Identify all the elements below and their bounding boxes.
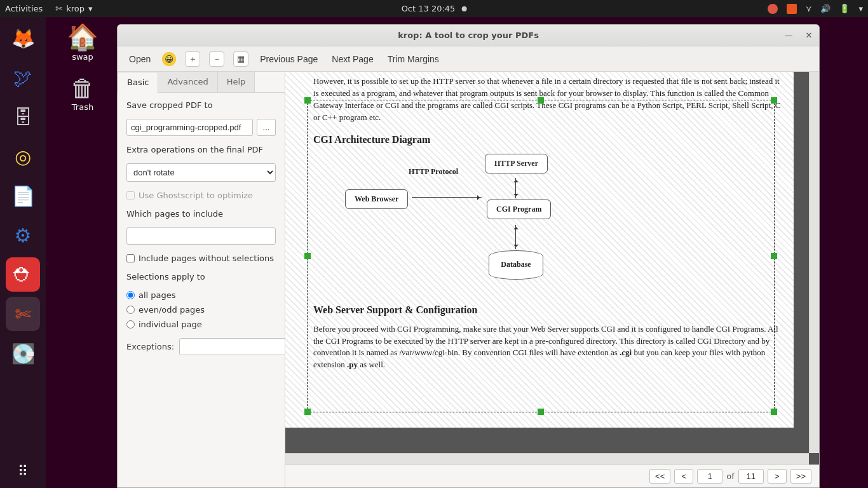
zoom-out-button[interactable]: － [209, 51, 224, 67]
exceptions-label: Exceptions: [126, 342, 174, 351]
tab-basic[interactable]: Basic [118, 72, 158, 93]
previous-page-button[interactable]: Previous Page [257, 52, 320, 66]
activities-button[interactable]: Activities [5, 4, 43, 13]
minimize-button[interactable]: — [782, 29, 795, 41]
which-pages-label: Which pages to include [126, 209, 276, 219]
wifi-icon[interactable]: ⋎ [806, 4, 812, 13]
of-label: of [726, 471, 735, 481]
chevron-down-icon[interactable]: ▾ [858, 4, 863, 13]
zoom-in-button[interactable]: ＋ [185, 51, 200, 67]
ghostscript-label: Use Ghostscript to optimize [139, 191, 253, 200]
browse-button[interactable] [257, 119, 276, 136]
filename-input[interactable] [126, 119, 253, 136]
battery-icon[interactable]: 🔋 [839, 4, 850, 13]
include-no-selection-checkbox-input[interactable] [126, 254, 135, 262]
extra-ops-label: Extra operations on the final PDF [126, 145, 276, 154]
close-button[interactable]: ✕ [803, 29, 815, 41]
radio-even-odd[interactable]: even/odd pages [126, 305, 276, 315]
radio-all-pages[interactable]: all pages [126, 290, 276, 300]
desktop-swap-icon[interactable]: 🏠 swap [57, 22, 108, 62]
include-no-selection-checkbox[interactable]: Include pages without selections [126, 254, 276, 263]
home-icon: 🏠 [67, 22, 98, 52]
tabs: Basic Advanced Help [118, 71, 285, 93]
dock-firefox-icon[interactable]: 🦊 [6, 21, 40, 55]
window-title: krop: A tool to crop your PDFs [398, 30, 539, 40]
scrollbar-vertical[interactable] [809, 72, 819, 453]
exceptions-input[interactable] [179, 338, 285, 355]
radio-individual-input[interactable] [126, 320, 135, 329]
page-number-input[interactable] [697, 469, 722, 484]
dock: 🦊 🕊 🗄 ◎ 📄 ⚙ ⛑ ✄ 💽 ⠿ [0, 17, 46, 488]
ghostscript-checkbox-input[interactable] [126, 191, 135, 200]
dock-krop-icon[interactable]: ✄ [6, 297, 40, 331]
crop-handle-s[interactable] [538, 409, 544, 415]
dock-help-icon[interactable]: ⛑ [6, 257, 40, 292]
crop-handle-n[interactable] [538, 97, 544, 104]
crop-handle-w[interactable] [304, 253, 311, 259]
radio-individual[interactable]: individual page [126, 320, 276, 329]
crop-rectangle[interactable] [307, 100, 775, 412]
total-pages-display [738, 469, 764, 484]
crop-handle-se[interactable] [771, 409, 777, 415]
save-label: Save cropped PDF to [126, 100, 276, 110]
include-no-selection-label: Include pages without selections [139, 254, 274, 263]
preview-area: However, it is possible to set up the HT… [285, 72, 819, 487]
krop-window: krop: A tool to crop your PDFs — ✕ Open … [117, 24, 820, 488]
volume-icon[interactable]: 🔊 [820, 4, 831, 13]
pdf-preview[interactable]: However, it is possible to set up the HT… [285, 72, 819, 464]
crop-handle-nw[interactable] [304, 97, 311, 104]
crop-handle-ne[interactable] [771, 97, 777, 104]
status-icon-1[interactable] [768, 4, 778, 14]
tab-help[interactable]: Help [218, 71, 255, 92]
topbar-app-name: krop [66, 4, 85, 13]
radio-label: even/odd pages [139, 305, 205, 315]
chevron-down-icon: ▾ [88, 4, 93, 13]
dock-writer-icon[interactable]: 📄 [6, 179, 40, 213]
which-pages-input[interactable] [126, 227, 276, 245]
pdf-page: However, it is possible to set up the HT… [285, 72, 794, 428]
desktop-trash-icon[interactable]: 🗑 Trash [57, 74, 108, 112]
rotate-select[interactable]: don't rotate [126, 163, 276, 182]
radio-label: individual page [139, 320, 202, 329]
gnome-topbar: Activities ✄ krop ▾ Oct 13 20:45 ⋎ 🔊 🔋 ▾ [0, 0, 868, 17]
dock-thunderbird-icon[interactable]: 🕊 [6, 60, 40, 95]
next-page-button[interactable]: Next Page [329, 52, 376, 66]
titlebar: krop: A tool to crop your PDFs — ✕ [118, 25, 819, 46]
dock-apps-icon[interactable]: ⠿ [6, 454, 40, 488]
tab-advanced[interactable]: Advanced [158, 71, 217, 92]
next-page-button[interactable]: > [768, 469, 787, 484]
dock-software-icon[interactable]: ⚙ [6, 218, 40, 252]
trash-icon: 🗑 [71, 74, 95, 102]
dock-disk-icon[interactable]: 💽 [6, 336, 40, 370]
scrollbar-horizontal[interactable] [285, 453, 809, 464]
topbar-app-menu[interactable]: ✄ krop ▾ [55, 4, 92, 13]
dock-rhythmbox-icon[interactable]: ◎ [6, 139, 40, 173]
crop-handle-e[interactable] [771, 253, 777, 259]
ghostscript-checkbox[interactable]: Use Ghostscript to optimize [126, 191, 276, 200]
paginator: << < of > >> [285, 464, 819, 487]
desktop-icon-label: Trash [72, 102, 93, 112]
trim-margins-button[interactable]: Trim Margins [385, 52, 442, 66]
radio-label: all pages [139, 290, 176, 300]
first-page-button[interactable]: << [649, 469, 670, 484]
open-button[interactable]: Open [126, 52, 153, 66]
desktop-icon-label: swap [72, 52, 93, 62]
status-icon-2[interactable] [787, 4, 797, 14]
prev-page-button[interactable]: < [674, 469, 693, 484]
scissors-icon: ✄ [55, 4, 62, 13]
side-panel: Basic Advanced Help Save cropped PDF to … [118, 72, 285, 487]
basic-panel: Save cropped PDF to Extra operations on … [118, 93, 285, 363]
crop-handle-sw[interactable] [304, 409, 311, 415]
clock[interactable]: Oct 13 20:45 [402, 4, 456, 13]
dock-files-icon[interactable]: 🗄 [6, 100, 40, 134]
toolbar: Open 😀 ＋ － ▦ Previous Page Next Page Tri… [118, 46, 819, 72]
selections-apply-label: Selections apply to [126, 272, 276, 281]
radio-even-odd-input[interactable] [126, 306, 135, 314]
desktop-icons: 🏠 swap 🗑 Trash [57, 22, 108, 112]
notification-dot-icon [461, 6, 466, 11]
emoji-face-icon[interactable]: 😀 [162, 52, 176, 66]
last-page-button[interactable]: >> [790, 469, 811, 484]
fit-page-button[interactable]: ▦ [233, 51, 248, 67]
radio-all-pages-input[interactable] [126, 291, 135, 299]
